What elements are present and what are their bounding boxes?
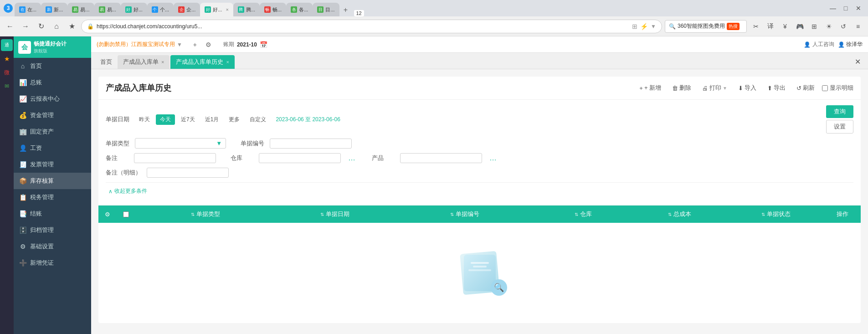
inventory-icon: 📦: [19, 177, 26, 185]
browser-tab-8[interactable]: 好 好... ×: [200, 3, 233, 16]
icon-sidebar-weibo[interactable]: 微: [1, 67, 13, 78]
warehouse-more-button[interactable]: …: [346, 154, 357, 162]
browser-tab-4[interactable]: 易 易...: [94, 3, 121, 16]
calendar-button[interactable]: 📅: [260, 41, 267, 48]
forward-button[interactable]: →: [19, 20, 32, 33]
table-col-number[interactable]: ⇅ 单据编号: [394, 206, 535, 223]
nav-item-archive[interactable]: 🗄️ 归档管理: [14, 222, 91, 238]
dropdown-icon[interactable]: ▼: [651, 23, 656, 30]
minimize-button[interactable]: —: [827, 2, 839, 14]
table-col-date[interactable]: ⇅ 单据日期: [276, 206, 394, 223]
browser-tab-1[interactable]: 在 在...: [15, 3, 41, 16]
yuan-icon[interactable]: ¥: [779, 20, 791, 33]
close-panel-button[interactable]: ✕: [851, 55, 864, 69]
refresh-button[interactable]: ↻: [35, 20, 47, 33]
page-tab-home[interactable]: 首页: [95, 55, 118, 69]
browser-tab-2[interactable]: 新 新...: [41, 3, 67, 16]
import-button[interactable]: ⬇ 导入: [734, 82, 760, 94]
delete-button[interactable]: 🗑 删除: [668, 82, 695, 94]
back-button[interactable]: ←: [4, 20, 16, 33]
game-icon[interactable]: 🎮: [793, 20, 806, 33]
select-all-checkbox[interactable]: [123, 211, 129, 217]
sun-icon[interactable]: ☀: [822, 20, 835, 33]
query-button[interactable]: 查询: [826, 105, 853, 118]
refresh-button[interactable]: ↺ 刷新: [793, 82, 818, 94]
browser-tab-3[interactable]: 易 易...: [67, 3, 94, 16]
bookmark-button[interactable]: ★: [66, 20, 78, 33]
nav-item-home[interactable]: ⌂ 首页: [14, 58, 91, 74]
nav-item-settings[interactable]: ⚙ 基础设置: [14, 238, 91, 255]
browser-tab-7[interactable]: 企 企...: [174, 3, 200, 16]
collapse-button[interactable]: ∧ 收起更多条件: [106, 185, 853, 198]
date-btn-more[interactable]: 更多: [225, 114, 244, 125]
print-button[interactable]: 🖨 打印 ▼: [699, 82, 731, 94]
page-tab-2-close[interactable]: ×: [226, 59, 229, 65]
nav-item-general-ledger[interactable]: 📊 总账: [14, 74, 91, 91]
page-tab-1-close[interactable]: ×: [161, 59, 164, 65]
date-btn-1month[interactable]: 近1月: [201, 114, 223, 125]
translate-icon[interactable]: 译: [764, 20, 777, 33]
warehouse-filter-input[interactable]: [259, 153, 341, 163]
table-col-type[interactable]: ⇅ 单据类型: [135, 206, 276, 223]
nav-item-salary[interactable]: 👤 工资: [14, 140, 91, 156]
scissors-icon[interactable]: ✂: [750, 20, 762, 33]
new-button[interactable]: + + 新增: [636, 82, 665, 94]
date-btn-custom[interactable]: 自定义: [246, 114, 270, 125]
nav-item-tax[interactable]: 📋 税务管理: [14, 189, 91, 206]
nav-item-inventory[interactable]: 📦 库存核算: [14, 173, 91, 189]
page-tab-1[interactable]: 产成品入库单 ×: [118, 55, 169, 69]
page-tabs: 首页 产成品入库单 × 产成品入库单历史 × ✕: [91, 53, 868, 69]
new-tab-button[interactable]: +: [339, 4, 352, 16]
show-detail-checkbox[interactable]: 显示明细: [822, 84, 853, 92]
maximize-button[interactable]: □: [840, 2, 852, 14]
table-col-status[interactable]: ⇅ 单据状态: [728, 206, 824, 223]
nav-item-cloud-report[interactable]: 📈 云报表中心: [14, 91, 91, 107]
nav-item-invoice[interactable]: 🧾 发票管理: [14, 156, 91, 173]
number-filter-input[interactable]: [270, 139, 352, 149]
home-button[interactable]: ⌂: [50, 20, 63, 33]
browser-search-bar[interactable]: 🔍 360智能抠图免费用 热搜: [665, 20, 747, 33]
browser-tab-9[interactable]: 腾 腾...: [233, 3, 260, 16]
page-tab-2[interactable]: 产成品入库单历史 ×: [170, 55, 234, 69]
product-filter-input[interactable]: [400, 153, 482, 163]
table-col-warehouse[interactable]: ⇅ 仓库: [535, 206, 632, 223]
menu-icon[interactable]: ≡: [852, 20, 864, 33]
icon-sidebar-star[interactable]: ★: [1, 53, 13, 65]
company-settings-button[interactable]: ⚙: [203, 39, 214, 50]
icon-sidebar-email[interactable]: ✉: [1, 80, 13, 92]
grid-apps-icon[interactable]: ⊞: [808, 20, 821, 33]
remark-detail-input[interactable]: [147, 168, 229, 178]
export-button[interactable]: ⬆ 导出: [764, 82, 789, 94]
nav-item-fund[interactable]: 💰 资金管理: [14, 107, 91, 123]
nav-item-fixed-assets[interactable]: 🏢 固定资产: [14, 123, 91, 140]
address-bar[interactable]: 🔒 https://cloud.chanjet.com/accounting/u…: [81, 20, 662, 33]
browser-tab-6[interactable]: 个 个...: [147, 3, 174, 16]
browser-tab-11[interactable]: 各 各...: [286, 3, 313, 16]
service-icon: 👤: [804, 41, 811, 48]
table-col-settings[interactable]: ⚙: [98, 206, 117, 223]
date-btn-7days[interactable]: 近7天: [177, 114, 199, 125]
add-company-button[interactable]: +: [190, 39, 200, 50]
company-selector[interactable]: (勿删勿禁用）江西服宝测试专用 ▼: [97, 41, 182, 48]
table-col-cost[interactable]: ⇅ 总成本: [632, 206, 728, 223]
nav-item-assets-label: 固定资产: [30, 128, 54, 136]
close-button[interactable]: ✕: [853, 2, 864, 14]
table-col-checkbox[interactable]: [117, 206, 135, 223]
show-detail-input[interactable]: [822, 85, 828, 91]
browser-tab-5[interactable]: 好 好...: [121, 3, 147, 16]
product-more-button[interactable]: …: [488, 154, 498, 162]
settings-button[interactable]: 设置: [826, 120, 853, 134]
icon-sidebar-chanjet[interactable]: 通: [1, 39, 13, 51]
undo-icon[interactable]: ↺: [837, 20, 850, 33]
browser-tab-10[interactable]: 畅 畅...: [260, 3, 286, 16]
user-service-button[interactable]: 👤 人工咨询: [804, 41, 834, 48]
nav-item-settlement[interactable]: 📑 结账: [14, 206, 91, 222]
type-filter-select[interactable]: ▼: [135, 138, 226, 149]
browser-tab-12[interactable]: 目 目...: [313, 3, 339, 16]
date-btn-yesterday[interactable]: 昨天: [135, 114, 154, 125]
remark-filter-input[interactable]: [134, 153, 216, 163]
user-name-button[interactable]: 👤 徐泽华: [838, 41, 863, 48]
date-btn-today[interactable]: 今天: [156, 114, 175, 125]
tab-close-8[interactable]: ×: [226, 7, 228, 12]
nav-item-new-voucher[interactable]: ➕ 新增凭证: [14, 255, 91, 271]
